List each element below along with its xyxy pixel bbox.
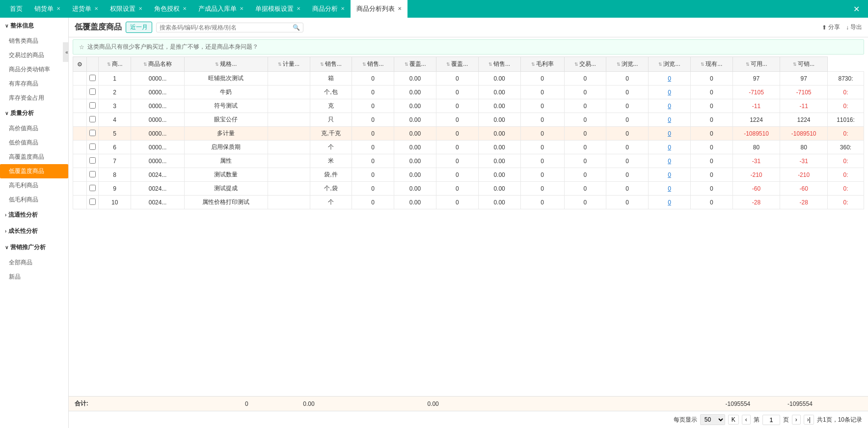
sidebar-section-liquidity[interactable]: › 流通性分析 — [0, 207, 68, 223]
td-browse-a[interactable]: 0 — [649, 99, 691, 113]
nav-sales[interactable]: 销货单 ✕ — [28, 0, 66, 18]
td-check[interactable] — [87, 168, 99, 182]
td-browse-a[interactable]: 0 — [649, 127, 691, 141]
td-unit: 个 — [310, 196, 352, 209]
th-sellable[interactable]: 可销... — [780, 57, 828, 72]
browse-link[interactable]: 0 — [668, 103, 671, 110]
td-check[interactable] — [87, 113, 99, 127]
nav-analysis-list[interactable]: 商品分析列表 ✕ — [351, 0, 407, 18]
th-gross-rate[interactable]: 毛利率 — [520, 57, 564, 72]
nav-permission[interactable]: 权限设置 ✕ — [104, 0, 148, 18]
th-sales-c[interactable]: 销售... — [478, 57, 520, 72]
nav-role[interactable]: 角色授权 ✕ — [148, 0, 192, 18]
sidebar-section-overall[interactable]: ∨ 整体信息 — [0, 18, 68, 34]
th-sales-amt[interactable]: 销售... — [352, 57, 394, 72]
nav-analysis-list-close[interactable]: ✕ — [398, 0, 402, 18]
td-browse-a[interactable]: 0 — [649, 86, 691, 99]
sidebar-item-low-value[interactable]: 低价值商品 — [0, 136, 68, 150]
nav-home[interactable]: 首页 — [4, 0, 28, 18]
th-unit[interactable]: 计量... — [268, 57, 310, 72]
per-page-select[interactable]: 50 10 20 100 — [700, 414, 725, 425]
sidebar-item-high-coverage[interactable]: 高覆盖度商品 — [0, 150, 68, 164]
first-page-button[interactable]: K — [728, 415, 739, 425]
th-spec[interactable]: 规格... — [184, 57, 268, 72]
export-button[interactable]: ↓ 导出 — [846, 23, 862, 31]
sidebar-item-low-margin[interactable]: 低毛利商品 — [0, 193, 68, 207]
sidebar-collapse-button[interactable]: « — [63, 42, 69, 62]
nav-sales-close[interactable]: ✕ — [56, 0, 60, 18]
th-browse-b[interactable]: 浏览... — [649, 57, 691, 72]
sidebar-item-traded-goods[interactable]: 交易过的商品 — [0, 48, 68, 62]
share-button[interactable]: ⬆ 分享 — [822, 23, 840, 31]
browse-link[interactable]: 0 — [668, 185, 671, 192]
sidebar-item-high-value[interactable]: 高价值商品 — [0, 121, 68, 136]
th-coverage-a[interactable]: 覆盖... — [394, 57, 436, 72]
sidebar-section-quality[interactable]: ∨ 质量分析 — [0, 105, 68, 121]
sidebar-section-marketing[interactable]: ∨ 营销推广分析 — [0, 239, 68, 256]
th-settings[interactable]: ⚙ — [73, 57, 87, 72]
nav-analysis-close[interactable]: ✕ — [341, 0, 345, 18]
filter-period-button[interactable]: 近一月 — [126, 22, 152, 33]
th-current-stock[interactable]: 现有... — [690, 57, 732, 72]
nav-purchase-close[interactable]: ✕ — [94, 0, 98, 18]
td-browse-a[interactable]: 0 — [649, 182, 691, 196]
td-coverage-b: 0.00 — [478, 72, 520, 86]
nav-product-in[interactable]: 产成品入库单 ✕ — [192, 0, 249, 18]
td-check[interactable] — [87, 196, 99, 209]
td-check[interactable] — [87, 86, 99, 99]
td-check[interactable] — [87, 182, 99, 196]
sidebar-item-stock-capital[interactable]: 库存资金占用 — [0, 91, 68, 105]
th-browse-a[interactable]: 浏览... — [606, 57, 649, 72]
td-check[interactable] — [87, 99, 99, 113]
nav-role-close[interactable]: ✕ — [183, 0, 187, 18]
sidebar-item-new-goods[interactable]: 新品 — [0, 270, 68, 284]
search-input[interactable] — [160, 24, 293, 31]
last-page-button[interactable]: ›| — [804, 415, 814, 425]
nav-product-in-close[interactable]: ✕ — [240, 0, 244, 18]
td-current-stock: 80 — [732, 141, 780, 154]
sidebar-item-all-goods[interactable]: 全部商品 — [0, 256, 68, 270]
td-browse-a[interactable]: 0 — [649, 72, 691, 86]
th-transaction[interactable]: 交易... — [564, 57, 606, 72]
browse-link[interactable]: 0 — [668, 116, 671, 123]
browse-link[interactable]: 0 — [668, 199, 671, 206]
nav-purchase[interactable]: 进货单 ✕ — [66, 0, 104, 18]
search-box[interactable]: 🔍 — [156, 23, 303, 32]
nav-permission-close[interactable]: ✕ — [138, 0, 142, 18]
td-browse-a[interactable]: 0 — [649, 196, 691, 209]
th-sales-qty[interactable]: 销售... — [310, 57, 352, 72]
window-close-button[interactable]: ✕ — [848, 1, 864, 17]
td-browse-a[interactable]: 0 — [649, 154, 691, 168]
nav-template-close[interactable]: ✕ — [297, 0, 300, 18]
th-coverage-b[interactable]: 覆盖... — [436, 57, 478, 72]
th-available-stock[interactable]: 可用... — [732, 57, 780, 72]
sidebar-section-growth[interactable]: › 成长性分析 — [0, 223, 68, 239]
td-check[interactable] — [87, 154, 99, 168]
browse-link[interactable]: 0 — [668, 171, 671, 178]
next-page-button[interactable]: › — [792, 415, 801, 425]
th-name[interactable]: 商品名称 — [131, 57, 184, 72]
td-check[interactable] — [87, 127, 99, 141]
sidebar-item-with-stock[interactable]: 有库存商品 — [0, 77, 68, 91]
browse-link[interactable]: 0 — [668, 130, 671, 137]
td-check[interactable] — [87, 141, 99, 154]
browse-link[interactable]: 0 — [668, 89, 671, 96]
sidebar-item-category-rate[interactable]: 商品分类动销率 — [0, 62, 68, 77]
td-coverage-b: 0.00 — [478, 182, 520, 196]
browse-link[interactable]: 0 — [668, 144, 671, 151]
td-browse-a[interactable]: 0 — [649, 113, 691, 127]
sidebar-item-low-coverage[interactable]: 低覆盖度商品 — [0, 164, 68, 178]
th-code[interactable]: 商... — [99, 57, 131, 72]
browse-link[interactable]: 0 — [668, 75, 671, 82]
prev-page-button[interactable]: ‹ — [742, 415, 751, 425]
sidebar-item-high-margin[interactable]: 高毛利商品 — [0, 178, 68, 193]
nav-analysis[interactable]: 商品分析 ✕ — [306, 0, 351, 18]
nav-template[interactable]: 单据模板设置 ✕ — [249, 0, 306, 18]
td-browse-a[interactable]: 0 — [649, 141, 691, 154]
search-icon[interactable]: 🔍 — [293, 24, 300, 31]
page-number-input[interactable] — [762, 415, 780, 425]
browse-link[interactable]: 0 — [668, 158, 671, 165]
td-check[interactable] — [87, 72, 99, 86]
td-browse-a[interactable]: 0 — [649, 168, 691, 182]
sidebar-item-sales-goods[interactable]: 销售类商品 — [0, 34, 68, 48]
